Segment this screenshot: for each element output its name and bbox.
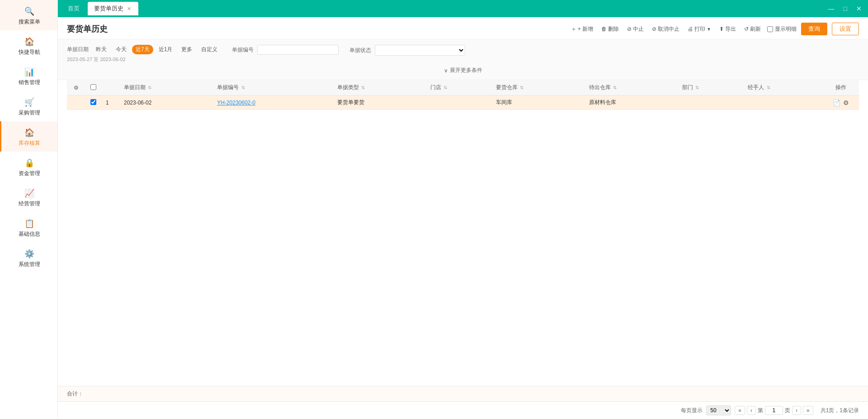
settings-button[interactable]: 设置 xyxy=(832,23,859,35)
last-page-button[interactable]: » xyxy=(803,406,813,415)
date-btn-1month[interactable]: 近1月 xyxy=(155,45,176,54)
suspend-label: 中止 xyxy=(633,25,644,33)
sidebar-item-operation[interactable]: 📈 经营管理 xyxy=(0,182,57,212)
date-btn-today[interactable]: 今天 xyxy=(112,45,130,54)
close-button[interactable]: ✕ xyxy=(854,4,864,13)
col-pending-warehouse[interactable]: 待出仓库 ⇅ xyxy=(585,80,678,95)
col-action-label: 操作 xyxy=(835,84,846,90)
expand-label: 展开更多条件 xyxy=(450,67,482,74)
tab-home[interactable]: 首页 xyxy=(61,2,86,15)
tab-home-label: 首页 xyxy=(68,5,80,13)
suspend-button[interactable]: ⊘ 中止 xyxy=(625,24,646,34)
page-prefix-label: 第 xyxy=(758,407,763,414)
date-btn-custom[interactable]: 自定义 xyxy=(198,45,221,54)
sidebar-item-inventory[interactable]: 🏠 库存核算 xyxy=(0,121,57,152)
table-body: 1 2023-06-02 YH-20230602-0 要货单要货 车间库 原材料… xyxy=(67,95,859,110)
page-size-select[interactable]: 10 20 50 100 xyxy=(706,405,731,415)
content-area: 要货单历史 ＋ + 新增 🗑 删除 ⊘ 中止 ⊘ 取消中止 xyxy=(58,17,868,419)
doc-no-link[interactable]: YH-20230602-0 xyxy=(217,100,255,106)
col-settings[interactable]: ⚙ xyxy=(67,80,85,95)
expand-more-button[interactable]: ∨ 展开更多条件 xyxy=(444,67,482,74)
tab-close-icon[interactable]: ✕ xyxy=(126,6,132,12)
sort-icon-handler: ⇅ xyxy=(767,85,770,90)
status-filter-label: 单据状态 xyxy=(349,47,371,54)
row-handler xyxy=(743,95,823,110)
sidebar-item-basic[interactable]: 📋 基础信息 xyxy=(0,212,57,243)
status-filter-select[interactable] xyxy=(375,45,465,56)
search-menu-icon: 🔍 xyxy=(24,6,34,16)
col-req-warehouse[interactable]: 要货仓库 ⇅ xyxy=(491,80,585,95)
sidebar-item-label: 快捷导航 xyxy=(19,48,40,56)
action-icons: 📄 ⚙ xyxy=(827,99,854,106)
new-icon: ＋ xyxy=(571,25,576,33)
col-handler-label: 经手人 xyxy=(748,84,764,90)
edit-action-icon[interactable]: ⚙ xyxy=(843,99,849,106)
sidebar-item-quick-nav[interactable]: 🏠 快捷导航 xyxy=(0,30,57,61)
col-doc-date[interactable]: 单据日期 ⇅ xyxy=(119,80,212,95)
filter-area: 单据日期 昨天 今天 近7天 近1月 更多 自定义 2023-05-27 至 2… xyxy=(58,39,868,80)
export-button[interactable]: ⬆ 导出 xyxy=(717,24,738,34)
print-button[interactable]: 🖨 打印 ▼ xyxy=(686,24,713,34)
inventory-icon: 🏠 xyxy=(24,128,34,138)
purchase-icon: 🛒 xyxy=(24,97,34,107)
new-label: + 新增 xyxy=(578,25,593,33)
sort-icon-pending-warehouse: ⇅ xyxy=(613,85,617,90)
new-button[interactable]: ＋ + 新增 xyxy=(569,24,595,34)
sidebar-item-purchase[interactable]: 🛒 采购管理 xyxy=(0,91,57,121)
sidebar-item-system[interactable]: ⚙️ 系统管理 xyxy=(0,243,57,273)
col-handler[interactable]: 经手人 ⇅ xyxy=(743,80,823,95)
col-doc-type[interactable]: 单据类型 ⇅ xyxy=(333,80,426,95)
cancel-suspend-icon: ⊘ xyxy=(652,26,656,32)
refresh-icon: ↺ xyxy=(744,26,749,32)
cancel-suspend-button[interactable]: ⊘ 取消中止 xyxy=(650,24,681,34)
table-row[interactable]: 1 2023-06-02 YH-20230602-0 要货单要货 车间库 原材料… xyxy=(67,95,859,110)
display-detail-toggle[interactable]: 显示明细 xyxy=(767,25,797,33)
next-page-button[interactable]: › xyxy=(792,406,801,415)
first-page-button[interactable]: « xyxy=(735,406,745,415)
date-btn-more[interactable]: 更多 xyxy=(178,45,196,54)
col-store[interactable]: 门店 ⇅ xyxy=(426,80,491,95)
date-filter-group: 单据日期 昨天 今天 近7天 近1月 更多 自定义 2023-05-27 至 2… xyxy=(67,45,221,63)
col-doc-no[interactable]: 单据编号 ⇅ xyxy=(212,80,332,95)
prev-page-button[interactable]: ‹ xyxy=(747,406,756,415)
minimize-button[interactable]: — xyxy=(826,4,837,13)
sidebar-item-label: 库存核算 xyxy=(19,139,40,147)
page-header: 要货单历史 ＋ + 新增 🗑 删除 ⊘ 中止 ⊘ 取消中止 xyxy=(58,17,868,39)
docno-filter-input[interactable] xyxy=(257,45,339,55)
sidebar-item-sales[interactable]: 📊 销售管理 xyxy=(0,61,57,91)
select-all-checkbox[interactable] xyxy=(90,84,96,90)
tab-bar: 首页 要货单历史 ✕ — □ ✕ xyxy=(58,0,868,17)
date-btn-7days[interactable]: 近7天 xyxy=(132,45,153,54)
refresh-button[interactable]: ↺ 刷新 xyxy=(742,24,763,34)
tab-requisition-history[interactable]: 要货单历史 ✕ xyxy=(88,2,138,15)
quick-nav-icon: 🏠 xyxy=(24,37,34,47)
query-button[interactable]: 查询 xyxy=(801,23,827,35)
display-detail-checkbox[interactable] xyxy=(767,26,773,32)
operation-icon: 📈 xyxy=(24,188,34,198)
col-department-label: 部门 xyxy=(682,84,693,90)
row-doc-no[interactable]: YH-20230602-0 xyxy=(212,95,332,110)
row-select-checkbox[interactable] xyxy=(90,99,96,105)
page-number-input[interactable] xyxy=(765,406,783,415)
sidebar-item-label: 系统管理 xyxy=(19,261,40,268)
row-pending-warehouse: 原材料仓库 xyxy=(585,95,678,110)
view-action-icon[interactable]: 📄 xyxy=(833,99,840,106)
maximize-button[interactable]: □ xyxy=(841,4,850,13)
sidebar-item-search-menu[interactable]: 🔍 搜索菜单 xyxy=(0,0,57,30)
table-area: ⚙ 单据日期 ⇅ 单据编号 ⇅ xyxy=(58,80,868,386)
col-req-warehouse-label: 要货仓库 xyxy=(496,84,518,90)
sidebar-item-label: 搜索菜单 xyxy=(19,18,40,26)
finance-icon: 🔒 xyxy=(24,158,34,168)
cancel-suspend-label: 取消中止 xyxy=(658,25,679,33)
sort-icon-department: ⇅ xyxy=(695,85,699,90)
col-doc-type-label: 单据类型 xyxy=(337,84,359,90)
print-label: 打印 xyxy=(694,25,705,33)
col-department[interactable]: 部门 ⇅ xyxy=(678,80,743,95)
sidebar-item-finance[interactable]: 🔒 资金管理 xyxy=(0,152,57,182)
date-btn-yesterday[interactable]: 昨天 xyxy=(92,45,110,54)
sidebar-item-label: 经营管理 xyxy=(19,200,40,208)
delete-button[interactable]: 🗑 删除 xyxy=(599,24,621,34)
col-doc-date-label: 单据日期 xyxy=(124,84,146,90)
row-checkbox[interactable] xyxy=(85,95,101,110)
page-size-label: 每页显示 xyxy=(681,407,703,414)
